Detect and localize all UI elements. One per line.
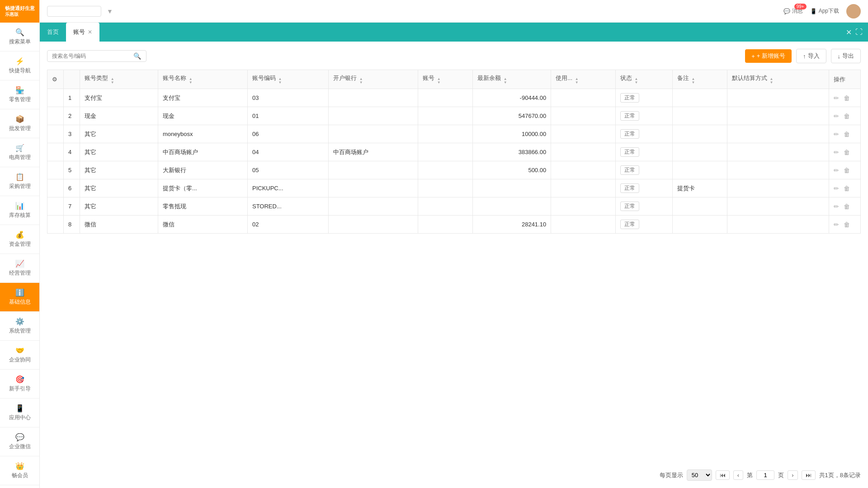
cell-account-type: 支付宝	[80, 89, 158, 107]
col-remark[interactable]: 备注 ▲▼	[672, 70, 727, 89]
col-settings[interactable]: ⚙	[47, 70, 64, 89]
cell-account	[418, 179, 473, 197]
import-button[interactable]: ↑ 导入	[796, 49, 826, 63]
last-page-button[interactable]: ⏭	[802, 470, 816, 480]
cell-default-settlement	[727, 125, 829, 143]
app-download-button[interactable]: 📱 App下载	[810, 7, 839, 15]
sidebar-item-ops-mgmt[interactable]: 📈经营管理	[0, 254, 39, 283]
cell-latest-balance: 547670.00	[473, 107, 551, 125]
finance-mgmt-icon: 💰	[15, 230, 24, 239]
top-search-input[interactable]	[47, 6, 101, 17]
col-bank[interactable]: 开户银行 ▲▼	[329, 70, 418, 89]
tab-close-all-icon[interactable]: ✕	[846, 28, 852, 37]
cell-remark	[672, 161, 727, 179]
delete-icon[interactable]: 🗑	[844, 203, 850, 210]
prev-page-button[interactable]: ‹	[733, 470, 743, 480]
sidebar: 畅捷通好生意 乐惠版 🔍搜索菜单⚡快捷导航🏪零售管理📦批发管理🛒电商管理📋采购管…	[0, 0, 40, 488]
cell-account-type: 其它	[80, 161, 158, 179]
action-icons: ✏ 🗑	[834, 185, 856, 192]
sidebar-item-enterprise-agreement[interactable]: 🤝企业协同	[0, 341, 39, 370]
cell-bank	[329, 125, 418, 143]
sidebar-item-search-menu[interactable]: 🔍搜索菜单	[0, 23, 39, 52]
sidebar-item-app-center[interactable]: 📱应用中心	[0, 399, 39, 427]
cell-num: 3	[64, 125, 80, 143]
col-account-name[interactable]: 账号名称 ▲▼	[158, 70, 248, 89]
sidebar-item-new-guide[interactable]: 🎯新手引导	[0, 370, 39, 399]
sidebar-item-vip-member[interactable]: 👑畅会员	[0, 456, 39, 485]
cell-account-name: 提货卡（零...	[158, 179, 248, 197]
tab-expand-icon[interactable]: ⛶	[855, 28, 863, 36]
delete-icon[interactable]: 🗑	[844, 185, 850, 192]
search-input[interactable]	[52, 53, 133, 59]
tab-home-label: 首页	[47, 28, 59, 36]
col-account[interactable]: 账号 ▲▼	[418, 70, 473, 89]
delete-icon[interactable]: 🗑	[844, 94, 850, 102]
cell-settings	[47, 197, 64, 216]
sidebar-item-system-mgmt[interactable]: ⚙️系统管理	[0, 312, 39, 341]
cell-account-code: 06	[247, 125, 328, 143]
edit-icon[interactable]: ✏	[834, 149, 839, 156]
edit-icon[interactable]: ✏	[834, 221, 839, 228]
tab-account[interactable]: 账号 ✕	[66, 23, 99, 42]
col-status[interactable]: 状态 ▲▼	[615, 70, 672, 89]
content-area: 🔍 + + 新增账号 ↑ 导入 ↓ 导出 ⚙	[40, 42, 868, 488]
table-row: 6 其它 提货卡（零... PICKUPC... 正常 提货卡 ✏ 🗑	[47, 179, 861, 197]
cell-remark	[672, 216, 727, 234]
edit-icon[interactable]: ✏	[834, 113, 839, 120]
import-label: 导入	[808, 52, 820, 60]
add-account-button[interactable]: + + 新增账号	[745, 49, 792, 63]
avatar[interactable]	[846, 4, 861, 19]
dropdown-icon[interactable]: ▼	[107, 8, 113, 15]
export-button[interactable]: ↓ 导出	[831, 49, 861, 63]
cell-default-settlement	[727, 216, 829, 234]
tab-home[interactable]: 首页	[40, 23, 66, 42]
cell-account	[418, 143, 473, 161]
col-default-settlement[interactable]: 默认结算方式 ▲▼	[727, 70, 829, 89]
delete-icon[interactable]: 🗑	[844, 167, 850, 174]
cell-account-name: moneybosx	[158, 125, 248, 143]
col-account-type[interactable]: 账号类型 ▲▼	[80, 70, 158, 89]
edit-icon[interactable]: ✏	[834, 131, 839, 138]
search-icon[interactable]: 🔍	[133, 52, 141, 60]
cell-remark: 提货卡	[672, 179, 727, 197]
edit-icon[interactable]: ✏	[834, 167, 839, 174]
cell-account-code: 05	[247, 161, 328, 179]
edit-icon[interactable]: ✏	[834, 203, 839, 210]
retail-mgmt-icon: 🏪	[15, 86, 24, 94]
table-row: 2 现金 现金 01 547670.00 正常 ✏ 🗑	[47, 107, 861, 125]
delete-icon[interactable]: 🗑	[844, 149, 850, 156]
first-page-button[interactable]: ⏮	[716, 470, 730, 480]
message-button[interactable]: 💬 消息 99+	[783, 7, 803, 15]
cell-settings	[47, 161, 64, 179]
edit-icon[interactable]: ✏	[834, 94, 839, 102]
next-page-button[interactable]: ›	[788, 470, 797, 480]
delete-icon[interactable]: 🗑	[844, 221, 850, 228]
export-label: 导出	[842, 52, 854, 60]
sidebar-item-retail-mgmt[interactable]: 🏪零售管理	[0, 80, 39, 109]
sidebar-item-finance-mgmt[interactable]: 💰资金管理	[0, 225, 39, 254]
sidebar-item-enterprise-wechat[interactable]: 💬企业微信	[0, 427, 39, 456]
sidebar-item-basic-info[interactable]: ℹ️基础信息	[0, 283, 39, 312]
col-latest-balance[interactable]: 最新余额 ▲▼	[473, 70, 551, 89]
app-icon: 📱	[810, 8, 817, 14]
search-box[interactable]: 🔍	[47, 50, 146, 62]
page-number-input[interactable]	[756, 470, 774, 480]
cell-usage	[551, 197, 616, 216]
tab-close-icon[interactable]: ✕	[88, 29, 92, 35]
toolbar-row: 🔍 + + 新增账号 ↑ 导入 ↓ 导出	[47, 49, 861, 63]
edit-icon[interactable]: ✏	[834, 185, 839, 192]
cell-action: ✏ 🗑	[829, 107, 861, 125]
cell-num: 7	[64, 197, 80, 216]
sidebar-item-ecom-mgmt[interactable]: 🛒电商管理	[0, 138, 39, 167]
delete-icon[interactable]: 🗑	[844, 113, 850, 120]
cell-bank	[329, 179, 418, 197]
page-size-select[interactable]: 50 100	[687, 469, 712, 481]
sidebar-item-wholesale-mgmt[interactable]: 📦批发管理	[0, 109, 39, 138]
col-account-code[interactable]: 账号编码 ▲▼	[247, 70, 328, 89]
cell-remark	[672, 107, 727, 125]
sidebar-item-inventory[interactable]: 📊库存核算	[0, 196, 39, 225]
sidebar-item-quick-nav[interactable]: ⚡快捷导航	[0, 52, 39, 80]
delete-icon[interactable]: 🗑	[844, 131, 850, 138]
sidebar-item-purchase-mgmt[interactable]: 📋采购管理	[0, 167, 39, 196]
col-usage[interactable]: 使用... ▲▼	[551, 70, 616, 89]
